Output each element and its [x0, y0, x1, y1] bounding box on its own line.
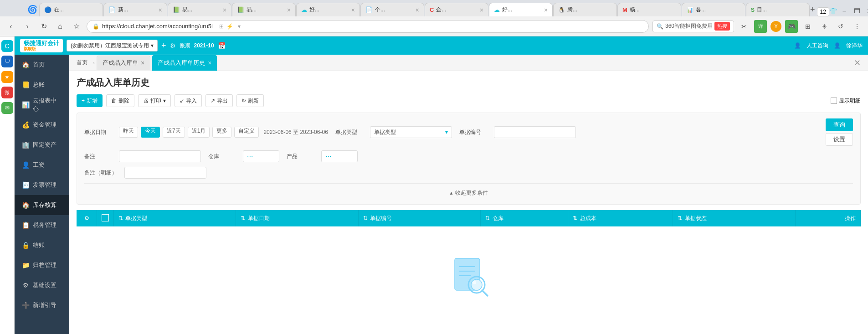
tab-3[interactable]: 📗 易... × — [168, 3, 231, 16]
tab-5[interactable]: ☁ 好... × — [296, 3, 360, 16]
th-date[interactable]: ⇅ 单据日期 — [236, 210, 358, 226]
product-filter-select[interactable]: ··· — [321, 150, 358, 162]
tab-2[interactable]: 📄 新... × — [103, 3, 167, 16]
ext-weibo-icon[interactable]: 微 — [1, 87, 13, 98]
settings-gear-icon[interactable]: ⚙ — [170, 42, 176, 49]
tab-6[interactable]: 📄 个... × — [360, 3, 424, 16]
sidebar-item-tax[interactable]: 📋 税务管理 — [15, 215, 69, 235]
date-btn-more[interactable]: 更多 — [212, 127, 231, 138]
tab-5-close[interactable]: × — [351, 6, 355, 14]
tab-7[interactable]: C 企... × — [425, 3, 488, 16]
tab-7-close[interactable]: × — [480, 6, 483, 14]
display-checkbox[interactable] — [831, 98, 837, 104]
delete-button[interactable]: 🗑 删除 — [106, 94, 134, 107]
page-tab-2[interactable]: 产成品入库单历史 × — [152, 55, 217, 71]
user-service-label[interactable]: 人工咨询 — [806, 42, 828, 50]
tab-9[interactable]: 🐧 腾... — [553, 3, 617, 16]
tab-3-close[interactable]: × — [223, 6, 226, 14]
sidebar-item-payroll[interactable]: 👤 工资 — [15, 155, 69, 175]
translate-icon[interactable]: 译 — [754, 20, 767, 33]
url-bar[interactable]: 🔒 https://cloud.chanjet.com/accounting/u… — [87, 20, 649, 33]
date-btn-7days[interactable]: 近7天 — [163, 127, 185, 138]
tab-4[interactable]: 📗 易... × — [232, 3, 296, 16]
tab-11[interactable]: 📊 各... — [682, 3, 745, 16]
sidebar-item-invoice[interactable]: 🧾 发票管理 — [15, 175, 69, 195]
yuan-icon[interactable]: ¥ — [770, 21, 781, 32]
ext-mail-icon[interactable]: ✉ — [1, 102, 13, 114]
remark-detail-input[interactable] — [124, 167, 206, 179]
sidebar-item-archive[interactable]: 📁 归档管理 — [15, 255, 69, 275]
remark-filter-input[interactable] — [119, 150, 201, 162]
tab-2-close[interactable]: × — [159, 6, 162, 14]
window-maximize-button[interactable]: 🗖 — [852, 5, 863, 16]
sidebar-item-inventory[interactable]: 🏠 库存核算 — [15, 195, 69, 215]
window-close-button[interactable]: ✕ — [864, 5, 868, 16]
sidebar-item-home[interactable]: 🏠 首页 — [15, 55, 69, 75]
browser-back-nav: 🌀 — [27, 3, 37, 16]
sidebar-item-asset[interactable]: 🏢 固定资产 — [15, 135, 69, 155]
page-tab-1-close[interactable]: × — [141, 59, 144, 67]
th-type[interactable]: ⇅ 单据类型 — [114, 210, 236, 226]
filter-settings-button[interactable]: 设置 — [826, 133, 853, 146]
sidebar-item-report[interactable]: 📊 云报表中心 — [15, 95, 69, 115]
window-minimize-button[interactable]: － — [839, 5, 850, 16]
sidebar-item-newbill[interactable]: ➕ 新增引导 — [15, 295, 69, 315]
page-tab-1[interactable]: 产成品入库单 × — [97, 56, 150, 70]
ext-360-icon[interactable]: C — [1, 40, 13, 52]
tab-1[interactable]: 🔵 在... — [39, 3, 103, 16]
theme-icon[interactable]: ☀ — [818, 20, 831, 33]
date-btn-custom[interactable]: 自定义 — [234, 127, 259, 138]
close-all-icon[interactable]: ✕ — [854, 58, 861, 68]
sidebar-item-basic[interactable]: ⚙ 基础设置 — [15, 275, 69, 295]
table-select-all-checkbox[interactable] — [102, 214, 109, 221]
table-gear-icon[interactable]: ⚙ — [81, 213, 92, 224]
game-icon[interactable]: 🎮 — [785, 20, 798, 33]
warehouse-filter-select[interactable]: ··· — [243, 150, 279, 162]
sidebar-item-ledger[interactable]: 📒 总账 — [15, 75, 69, 95]
tab-8-close[interactable]: × — [544, 6, 548, 14]
th-warehouse[interactable]: ⇅ 仓库 — [481, 210, 568, 226]
tab-8-active[interactable]: ☁ 好... × — [489, 3, 553, 16]
number-filter-input[interactable] — [494, 126, 576, 138]
reload-button[interactable]: ↻ — [37, 20, 50, 33]
export-button[interactable]: ↗ 导出 — [205, 94, 233, 107]
empty-state-row — [77, 226, 861, 334]
page-tab-2-close[interactable]: × — [208, 59, 211, 67]
refresh-button[interactable]: ↻ 刷新 — [236, 94, 264, 107]
more-icon[interactable]: ⋮ — [851, 20, 863, 33]
tab-12[interactable]: S 目... — [746, 3, 810, 16]
undo-icon[interactable]: ↺ — [834, 20, 847, 33]
ext-star-icon[interactable]: ★ — [1, 71, 13, 83]
home-button[interactable]: ⌂ — [54, 20, 67, 33]
tab-10[interactable]: M 畅... — [617, 3, 681, 16]
new-tab-button[interactable]: + — [810, 3, 815, 16]
calendar-icon[interactable]: 📅 — [218, 42, 226, 49]
scissors-icon[interactable]: ✂ — [738, 20, 750, 33]
th-number[interactable]: ⇅ 单据编号 — [358, 210, 480, 226]
grid-icon[interactable]: ⊞ — [801, 20, 814, 33]
collapse-button[interactable]: ▲ 收起更多条件 — [84, 187, 853, 199]
company-selector[interactable]: (勿删勿禁用）江西服宝测试专用 ▾ — [67, 40, 158, 51]
sidebar-item-finance[interactable]: 💰 资金管理 — [15, 115, 69, 135]
date-btn-yesterday[interactable]: 昨天 — [119, 127, 138, 138]
forward-button[interactable]: › — [21, 20, 34, 33]
query-button[interactable]: 查询 — [826, 118, 853, 131]
back-button[interactable]: ‹ — [5, 20, 17, 33]
th-total-cost[interactable]: ⇅ 总成本 — [568, 210, 673, 226]
add-button[interactable]: + 新增 — [77, 94, 103, 107]
type-filter-select[interactable]: 单据类型 ▾ — [370, 126, 452, 138]
date-btn-today[interactable]: 今天 — [141, 127, 160, 138]
360-search-box[interactable]: 🔍 360智能抠图免费用 热搜 — [652, 21, 734, 32]
tab-4-close[interactable]: × — [287, 6, 291, 14]
tab-6-close[interactable]: × — [416, 6, 419, 14]
sidebar-item-closing[interactable]: 🔒 结账 — [15, 235, 69, 255]
bookmark-button[interactable]: ☆ — [70, 20, 83, 33]
add-company-button[interactable]: + — [161, 41, 166, 51]
th-status[interactable]: ⇅ 单据状态 — [673, 210, 795, 226]
product-filter-label: 产品 — [287, 153, 314, 160]
date-btn-1month[interactable]: 近1月 — [188, 127, 210, 138]
print-button[interactable]: 🖨 打印 ▾ — [138, 94, 171, 107]
ext-shield-icon[interactable]: 🛡 — [1, 56, 13, 67]
import-button[interactable]: ↙ 导入 — [175, 94, 202, 107]
url-dropdown-icon[interactable]: ▾ — [238, 23, 241, 30]
